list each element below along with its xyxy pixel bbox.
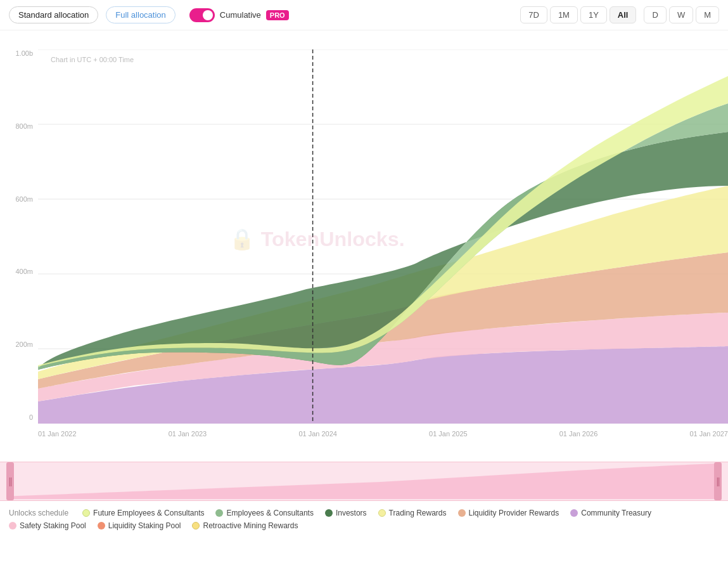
time-btn-all[interactable]: All [610,6,637,23]
tab-standard[interactable]: Standard allocation [9,6,98,23]
legend-dot-trading [378,509,386,517]
legend-item-liquidity-provider: Liquidity Provider Rewards [458,509,559,517]
legend-dot-retroactive [192,522,200,529]
legend-area: Unlocks schedule Future Employees & Cons… [0,501,728,535]
legend-item-investors: Investors [325,509,367,517]
x-label-2027: 01 Jan 2027 [689,430,728,438]
x-axis: 01 Jan 2022 01 Jan 2023 01 Jan 2024 01 J… [38,430,728,449]
y-label-1b: 1.00b [0,49,38,57]
y-label-400m: 400m [0,268,38,275]
x-label-2024: 01 Jan 2024 [298,430,337,438]
x-label-2022: 01 Jan 2022 [38,430,77,438]
chart-svg-element: Today 🔒 TokenUnlocks. [38,49,728,424]
legend-dot-community [570,509,578,517]
legend-title: Unlocks schedule [9,509,68,517]
legend-item-trading: Trading Rewards [378,509,447,517]
tab-full[interactable]: Full allocation [106,6,176,23]
x-label-2026: 01 Jan 2026 [559,430,598,438]
x-label-2023: 01 Jan 2023 [169,430,207,438]
chart-inner: 0 200m 400m 600m 800m 1.00b Chart in UTC… [0,37,728,449]
time-btn-7d[interactable]: 7D [520,6,547,23]
legend-label-community: Community Treasury [581,509,651,517]
pro-badge: PRO [266,10,289,20]
y-axis: 0 200m 400m 600m 800m 1.00b [0,49,38,424]
cumulative-toggle[interactable] [189,8,215,22]
right-controls: 7D 1M 1Y All D W M [520,6,719,23]
legend-item-liquidity-staking: Liquidity Staking Pool [98,521,181,530]
time-btn-1y[interactable]: 1Y [580,6,607,23]
legend-item-retroactive: Retroactive Mining Rewards [192,521,298,530]
legend-item-safety: Safety Staking Pool [9,521,86,530]
legend-label-liquidity-provider: Liquidity Provider Rewards [469,509,559,517]
y-label-600m: 600m [0,195,38,203]
y-label-200m: 200m [0,341,38,348]
legend-label-liquidity-staking: Liquidity Staking Pool [108,521,181,530]
interval-btn-m[interactable]: M [696,6,719,23]
range-mini-chart [0,462,728,500]
y-label-0: 0 [0,413,38,421]
legend-dot-liquidity-provider [458,509,466,517]
range-handle-left[interactable]: ‖ [6,462,14,500]
chart-area: 0 200m 400m 600m 800m 1.00b Chart in UTC… [0,30,728,462]
legend-label-employees: Employees & Consultants [226,509,313,517]
range-track [0,462,728,500]
legend-label-investors: Investors [336,509,367,517]
legend-dot-investors [325,509,333,517]
legend-label-future-employees: Future Employees & Consultants [93,509,204,517]
y-label-800m: 800m [0,122,38,130]
interval-btn-w[interactable]: W [669,6,693,23]
legend-dot-future-employees [82,509,90,517]
legend-item-employees: Employees & Consultants [215,509,313,517]
time-btn-1m[interactable]: 1M [550,6,578,23]
legend-dot-employees [215,509,223,517]
legend-label-safety: Safety Staking Pool [20,521,86,530]
cumulative-label: Cumulative [220,10,261,20]
range-handle-right[interactable]: ‖ [714,462,722,500]
interval-btn-d[interactable]: D [644,6,666,23]
legend-label-retroactive: Retroactive Mining Rewards [203,521,298,530]
legend-label-trading: Trading Rewards [389,509,447,517]
toggle-thumb [203,10,213,20]
cumulative-toggle-wrap: Cumulative PRO [189,8,289,22]
legend-dot-liquidity-staking [98,522,105,529]
x-label-2025: 01 Jan 2025 [429,430,468,438]
watermark: 🔒 TokenUnlocks. [230,227,405,251]
top-bar: Standard allocation Full allocation Cumu… [0,0,728,30]
chart-svg: Today 🔒 TokenUnlocks. [38,49,728,424]
range-area[interactable]: ‖ ‖ [0,462,728,501]
legend-item-future-employees: Future Employees & Consultants [82,509,204,517]
legend-item-community: Community Treasury [570,509,651,517]
legend-dot-safety [9,522,16,529]
